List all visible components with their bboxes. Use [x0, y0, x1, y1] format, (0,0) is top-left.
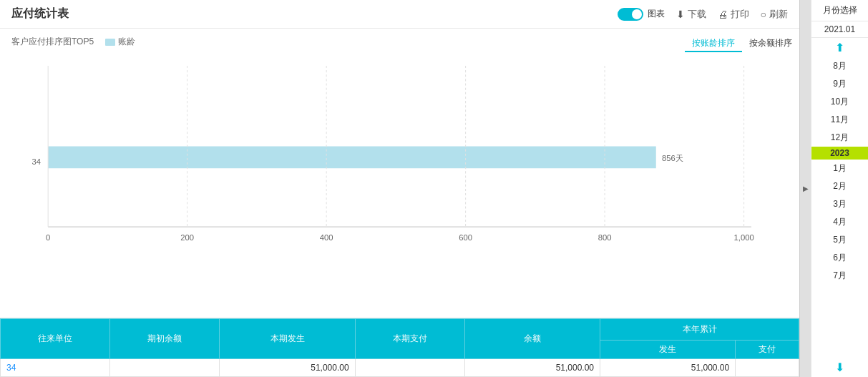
page-header: 应付统计表 图表 ⬇ 下载 🖨 打印 ○ 刷新	[0, 0, 799, 29]
sidebar-header: 月份选择	[811, 0, 868, 21]
refresh-icon: ○	[761, 9, 766, 20]
legend-label-top5: 客户应付排序图TOP5	[11, 36, 94, 48]
svg-rect-1	[48, 147, 656, 169]
sidebar: 月份选择 2021.01 ⬆ 8月9月10月11月12月20231月2月3月4月…	[811, 0, 868, 377]
legend-label-age: 账龄	[118, 36, 135, 48]
month-item[interactable]: 12月	[811, 129, 868, 147]
svg-text:800: 800	[598, 233, 612, 242]
page-title: 应付统计表	[11, 6, 69, 21]
table-section: 往来单位 期初余额 本期发生 本期支付 余额 本年累计 发生 支付	[0, 318, 799, 377]
print-button[interactable]: 🖨 打印	[718, 8, 749, 21]
sort-by-balance-tab[interactable]: 按账龄排序	[685, 36, 742, 52]
sort-by-amount-tab[interactable]: 按余额排序	[742, 36, 799, 52]
download-button[interactable]: ⬇ 下载	[676, 8, 706, 21]
month-item[interactable]: 3月	[811, 195, 868, 213]
col-ytd-header: 本年累计	[600, 319, 799, 341]
legend-item-top5: 客户应付排序图TOP5	[11, 36, 94, 48]
sidebar-nav-up[interactable]: ⬆	[811, 38, 868, 57]
cell-ytd-pay	[736, 359, 799, 377]
year-label: 2023	[811, 147, 868, 160]
col-ytd-pay-header: 支付	[736, 341, 799, 359]
svg-text:600: 600	[459, 233, 472, 242]
refresh-label: 刷新	[769, 8, 788, 21]
chart-legend: 客户应付排序图TOP5 账龄 按账龄排序 按余额排序	[11, 36, 788, 48]
month-item[interactable]: 4月	[811, 213, 868, 231]
month-item[interactable]: 6月	[811, 249, 868, 267]
month-item[interactable]: 9月	[811, 75, 868, 93]
bar-chart: 34 856天 0 200 400 600 800 1,000	[11, 54, 788, 268]
legend-box-age	[105, 39, 115, 46]
download-label: 下载	[688, 8, 706, 21]
col-ytd-occur-header: 发生	[600, 341, 736, 359]
month-item[interactable]: 1月	[811, 160, 868, 177]
sidebar-nav-down[interactable]: ⬇	[811, 358, 868, 377]
col-balance-header: 余额	[464, 319, 600, 359]
col-opening-header: 期初余额	[110, 319, 220, 359]
svg-text:400: 400	[320, 233, 333, 242]
svg-text:34: 34	[31, 157, 41, 166]
month-item[interactable]: 11月	[811, 111, 868, 129]
sidebar-months: 8月9月10月11月12月20231月2月3月4月5月6月7月	[811, 57, 868, 358]
cell-balance: 51,000.00	[464, 359, 600, 377]
month-item[interactable]: 2月	[811, 177, 868, 195]
collapse-button[interactable]: ▶	[799, 0, 811, 377]
print-icon: 🖨	[718, 9, 728, 20]
chart-toggle[interactable]	[618, 8, 643, 21]
month-item[interactable]: 10月	[811, 93, 868, 111]
svg-text:856天: 856天	[662, 154, 683, 162]
svg-text:0: 0	[46, 233, 50, 242]
chart-section: 客户应付排序图TOP5 账龄 按账龄排序 按余额排序 34	[0, 29, 799, 318]
data-table: 往来单位 期初余额 本期发生 本期支付 余额 本年累计 发生 支付	[0, 318, 799, 377]
print-label: 打印	[731, 8, 749, 21]
cell-ytd-occur: 51,000.00	[600, 359, 736, 377]
sort-tabs: 按账龄排序 按余额排序	[685, 36, 799, 52]
header-actions: 图表 ⬇ 下载 🖨 打印 ○ 刷新	[618, 8, 788, 21]
month-item[interactable]: 5月	[811, 231, 868, 249]
chart-wrapper: 34 856天 0 200 400 600 800 1,000	[11, 54, 788, 268]
cell-opening	[110, 359, 220, 377]
month-item[interactable]: 7月	[811, 267, 868, 285]
refresh-button[interactable]: ○ 刷新	[761, 8, 788, 21]
cell-current-pay	[355, 359, 464, 377]
table-wrapper: 往来单位 期初余额 本期发生 本期支付 余额 本年累计 发生 支付	[0, 318, 799, 377]
chart-toggle-label: 图表	[648, 8, 665, 20]
col-unit-header: 往来单位	[1, 319, 110, 359]
col-current-occur-header: 本期发生	[220, 319, 355, 359]
table-row: 34 51,000.00 51,000.00 51,000.00	[1, 359, 799, 377]
cell-current-occur: 51,000.00	[220, 359, 355, 377]
month-item[interactable]: 8月	[811, 57, 868, 75]
sidebar-date[interactable]: 2021.01	[811, 21, 868, 38]
download-icon: ⬇	[676, 9, 685, 20]
legend-item-age: 账龄	[105, 36, 135, 48]
svg-text:1,000: 1,000	[734, 233, 754, 242]
svg-text:200: 200	[180, 233, 194, 242]
cell-unit[interactable]: 34	[1, 359, 110, 377]
col-current-pay-header: 本期支付	[355, 319, 464, 359]
chart-toggle-wrap[interactable]: 图表	[618, 8, 665, 21]
